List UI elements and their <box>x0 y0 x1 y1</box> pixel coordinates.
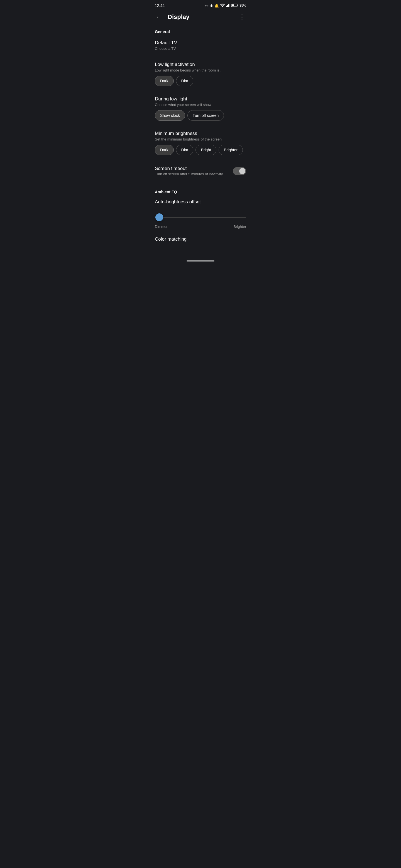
status-icons: 🗝 ✱ 🔔 35% <box>205 4 246 8</box>
svg-rect-2 <box>227 5 228 7</box>
color-matching-title: Color matching <box>155 237 246 242</box>
brightness-slider-track <box>155 217 246 218</box>
default-tv-title: Default TV <box>155 40 246 45</box>
brightness-slider-labels: Dimmer Brighter <box>155 223 246 232</box>
auto-brightness-title: Auto-brightness offset <box>155 199 246 205</box>
home-bar <box>187 260 214 261</box>
brightness-slider-wrapper[interactable] <box>155 212 246 223</box>
low-light-activation-title: Low light activation <box>155 62 246 67</box>
vpn-icon: 🗝 <box>205 4 208 8</box>
home-indicator <box>150 258 251 263</box>
svg-rect-1 <box>226 6 227 7</box>
mute-icon: 🔔 <box>214 4 219 8</box>
screen-timeout-subtitle: Turn off screen after 5 minutes of inact… <box>155 172 233 176</box>
signal-icon <box>226 4 230 8</box>
during-low-light-subtitle: Choose what your screen will show <box>155 103 246 107</box>
section-divider <box>150 183 251 183</box>
toolbar: ← Display ⋮ <box>150 10 251 24</box>
battery-percent: 35% <box>239 4 246 7</box>
brightness-brighter-button[interactable]: Brighter <box>219 145 243 155</box>
default-tv-subtitle: Choose a TV <box>155 46 246 51</box>
low-light-dim-button[interactable]: Dim <box>176 76 194 86</box>
svg-rect-4 <box>229 4 230 7</box>
minimum-brightness-options: Dark Dim Bright Brighter <box>155 145 246 155</box>
low-light-activation-options: Dark Dim <box>155 76 246 86</box>
low-light-activation-subtitle: Low light mode begins when the room is..… <box>155 68 246 72</box>
wifi-icon <box>220 4 225 8</box>
toggle-thumb <box>239 168 245 174</box>
more-options-button[interactable]: ⋮ <box>238 12 246 22</box>
low-light-dark-button[interactable]: Dark <box>155 76 174 86</box>
svg-rect-6 <box>237 4 238 6</box>
minimum-brightness-setting: Minimum brightness Set the minimum brigh… <box>150 127 251 159</box>
screen-timeout-toggle[interactable] <box>233 167 246 175</box>
page-title: Display <box>168 13 233 21</box>
minimum-brightness-title: Minimum brightness <box>155 131 246 136</box>
bluetooth-icon: ✱ <box>210 4 213 8</box>
screen-timeout-title: Screen timeout <box>155 166 233 172</box>
ambient-eq-section-header: Ambient EQ <box>150 185 251 195</box>
status-time: 12:44 <box>155 3 165 8</box>
color-matching-setting[interactable]: Color matching <box>150 232 251 247</box>
svg-rect-7 <box>232 4 234 6</box>
screen-timeout-text: Screen timeout Turn off screen after 5 m… <box>155 166 233 176</box>
general-section-header: General <box>150 24 251 36</box>
brightness-slider-thumb[interactable] <box>155 213 163 221</box>
slider-min-label: Dimmer <box>155 224 168 229</box>
screen-timeout-setting: Screen timeout Turn off screen after 5 m… <box>150 161 251 181</box>
back-button[interactable]: ← <box>155 12 163 22</box>
toggle-track[interactable] <box>233 167 246 175</box>
auto-brightness-setting: Auto-brightness offset <box>150 195 251 210</box>
turn-off-screen-button[interactable]: Turn off screen <box>188 110 224 121</box>
minimum-brightness-subtitle: Set the minimum brightness of the screen <box>155 137 246 141</box>
svg-rect-3 <box>228 4 229 7</box>
brightness-slider-container: Dimmer Brighter <box>150 210 251 232</box>
brightness-dim-button[interactable]: Dim <box>176 145 194 155</box>
low-light-activation-setting: Low light activation Low light mode begi… <box>150 58 251 90</box>
battery-icon <box>231 4 238 8</box>
status-bar: 12:44 🗝 ✱ 🔔 <box>150 0 251 10</box>
brightness-bright-button[interactable]: Bright <box>196 145 217 155</box>
during-low-light-options: Show clock Turn off screen <box>155 110 246 121</box>
during-low-light-title: During low light <box>155 96 246 102</box>
svg-point-0 <box>222 6 223 7</box>
default-tv-setting[interactable]: Default TV Choose a TV <box>150 36 251 58</box>
brightness-dark-button[interactable]: Dark <box>155 145 174 155</box>
show-clock-button[interactable]: Show clock <box>155 110 185 121</box>
slider-max-label: Brighter <box>233 224 246 229</box>
during-low-light-setting: During low light Choose what your screen… <box>150 92 251 125</box>
